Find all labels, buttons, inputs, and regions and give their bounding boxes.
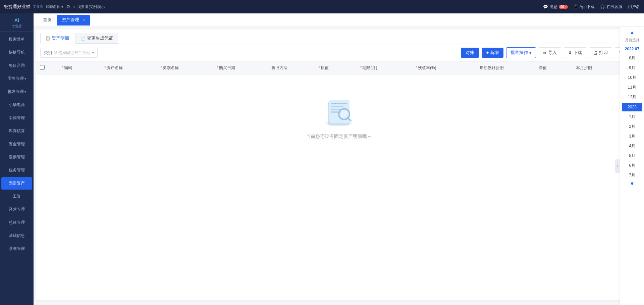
month-item-feb[interactable]: 2月 (620, 122, 644, 132)
month-item-jul[interactable]: 7月 (620, 170, 644, 180)
sidebar-label-project: 项目合同 (9, 63, 25, 68)
customer-service-button[interactable]: 🎧 在线客服 (600, 4, 623, 10)
month-item-jun[interactable]: 6月 (620, 161, 644, 170)
month-item-current[interactable]: 2022.07 (620, 45, 644, 53)
panel-toggle-icon: › (617, 164, 618, 168)
sidebar-item-retail[interactable]: 零售管理 ▾ (1, 72, 32, 85)
customer-service-label: 在线客服 (606, 4, 623, 10)
print-button[interactable]: 🖨 打印 (589, 47, 612, 58)
user-name[interactable]: 用户名 (628, 4, 640, 10)
dropdown-icon[interactable]: ▾ (61, 5, 63, 9)
sidebar-item-wholesale[interactable]: 批发管理 ▾ (1, 86, 32, 98)
sidebar-item-search[interactable]: 搜索菜单 (1, 33, 32, 46)
batch-arrow-icon: ▾ (529, 50, 532, 55)
month-item-sep[interactable]: 9月 (620, 63, 644, 73)
sidebar-item-basic-info[interactable]: 基础信息 (1, 230, 32, 242)
month-panel: ▲ 月份选择 2022.07 8月 9月 10月 11月 12月 2023 1月… (620, 27, 644, 305)
month-item-dec[interactable]: 12月 (620, 92, 644, 102)
account-dropdown[interactable]: 账套名称 ▾ (46, 4, 63, 9)
svg-point-10 (335, 103, 336, 104)
sidebar-item-tax[interactable]: 税务管理 (1, 164, 32, 176)
month-item-oct[interactable]: 10月 (620, 73, 644, 83)
sidebar-label-general-ledger: 总账管理 (9, 220, 25, 225)
tab-assets-label: 资产管理 (62, 17, 79, 23)
col-original-value: *原值 (305, 62, 342, 74)
sidebar-item-salary[interactable]: 工资 (1, 190, 32, 203)
select-all-checkbox[interactable] (40, 65, 45, 70)
sidebar-item-system[interactable]: 系统管理 (1, 243, 32, 255)
demo-link[interactable]: ○ 我要看实例演示 (73, 4, 105, 10)
import-button[interactable]: ⇨ 导入 (539, 47, 561, 58)
settings-icon[interactable]: ⚙ (66, 4, 70, 9)
sidebar-item-general-ledger[interactable]: 总账管理 (1, 216, 32, 229)
sidebar-label-management: 经营管理 (9, 207, 25, 212)
sidebar-label-tax: 税务管理 (9, 167, 25, 173)
month-item-apr[interactable]: 4月 (620, 141, 644, 151)
retail-arrow-icon: ▾ (24, 77, 26, 81)
batch-button[interactable]: 批量操作 ▾ (506, 47, 536, 58)
sidebar-label-fixed-assets: 固定资产 (9, 181, 25, 186)
app-download-button[interactable]: 📱 App下载 (573, 4, 595, 10)
account-name: 账套名称 (46, 5, 60, 9)
tab-close-icon[interactable]: × (83, 18, 85, 22)
svg-rect-4 (331, 106, 343, 107)
assets-table: *编码 *资产名称 *类别名称 *购买日期 折旧方法 *原值 *期限(月) *残… (36, 62, 641, 74)
message-icon: 💬 (543, 4, 548, 9)
col-net-value: 净值 (527, 62, 558, 74)
reconcile-button[interactable]: 对账 (461, 48, 479, 58)
month-item-mar[interactable]: 3月 (620, 132, 644, 141)
tab-assets-mgmt[interactable]: 资产管理 × (57, 15, 90, 26)
filter-arrow-icon[interactable]: ▾ (92, 51, 94, 55)
svg-rect-3 (331, 103, 347, 104)
add-label: + 新增 (486, 50, 499, 56)
empty-illustration (319, 95, 359, 128)
sub-tab-change-voucher[interactable]: 📄 变更生成凭证 (75, 33, 118, 44)
sidebar-label-purchase: 采购管理 (9, 115, 25, 121)
sidebar-item-finance[interactable]: 资金管理 (1, 138, 32, 150)
month-item-nov[interactable]: 11月 (620, 83, 644, 92)
category-filter[interactable]: 类别 请选择固定资产类别 ▾ (40, 48, 98, 58)
download-label: 下载 (573, 50, 582, 56)
sidebar-item-inventory[interactable]: 库存核算 (1, 125, 32, 137)
sub-tab-asset-detail[interactable]: 📋 资产明细 (40, 33, 74, 44)
panel-toggle-button[interactable]: › (615, 159, 620, 173)
sub-tab-asset-detail-label: 资产明细 (52, 35, 69, 41)
change-voucher-icon: 📄 (80, 36, 86, 41)
main-layout: Ai 专业版 搜索菜单 快捷导航 项目合同 零售管理 ▾ 批发管理 ▾ 小畅电商… (0, 13, 644, 305)
asset-detail-icon: 📋 (45, 36, 50, 41)
top-bar-right: 💬 消息 99+ 📱 App下载 🎧 在线客服 用户名 (543, 4, 640, 10)
reconcile-label: 对账 (466, 50, 474, 56)
col-purchase-date: *购买日期 (198, 62, 254, 74)
print-label: 打印 (599, 50, 608, 56)
select-all-column (36, 62, 48, 74)
sidebar-label-ecommerce: 小畅电商 (9, 102, 25, 108)
month-nav-up[interactable]: ▲ (630, 29, 635, 36)
toolbar: 类别 请选择固定资产类别 ▾ 对账 + 新增 批量操作 ▾ (36, 44, 641, 62)
sidebar-item-ecommerce[interactable]: 小畅电商 (1, 99, 32, 111)
svg-point-8 (341, 111, 347, 117)
print-icon: 🖨 (593, 50, 598, 55)
month-item-jan[interactable]: 1月 (620, 112, 644, 122)
sidebar-item-purchase[interactable]: 采购管理 (1, 112, 32, 124)
sidebar-label-invoice: 发票管理 (9, 154, 25, 160)
month-item-may[interactable]: 5月 (620, 151, 644, 161)
page-content: 📋 资产明细 📄 变更生成凭证 类别 请选择固定资产类别 ▾ (34, 27, 644, 305)
sidebar-label-finance: 资金管理 (9, 141, 25, 147)
empty-text: 当前您还没有固定资产明细哦～ (306, 134, 372, 140)
tab-home[interactable]: 首页 (38, 14, 57, 26)
message-count: 99+ (559, 5, 568, 9)
sidebar-label-search: 搜索菜单 (9, 37, 25, 42)
sidebar-item-fixed-assets[interactable]: 固定资产 (1, 177, 32, 190)
toolbar-right: 对账 + 新增 批量操作 ▾ ⇨ 导入 (461, 47, 637, 58)
month-nav-down[interactable]: ▼ (630, 180, 635, 188)
year-badge-2023[interactable]: 2023 (622, 103, 642, 111)
sidebar-item-quick-nav[interactable]: 快捷导航 (1, 46, 32, 59)
message-button[interactable]: 💬 消息 99+ (543, 4, 568, 10)
download-button[interactable]: ⬇ 下载 (564, 47, 586, 58)
sidebar-item-management[interactable]: 经营管理 (1, 203, 32, 216)
month-item-aug[interactable]: 8月 (620, 53, 644, 63)
sidebar-item-project[interactable]: 项目合同 (1, 59, 32, 72)
download-icon: ⬇ (568, 50, 572, 55)
add-button[interactable]: + 新增 (482, 48, 503, 58)
sidebar-item-invoice[interactable]: 发票管理 (1, 151, 32, 163)
